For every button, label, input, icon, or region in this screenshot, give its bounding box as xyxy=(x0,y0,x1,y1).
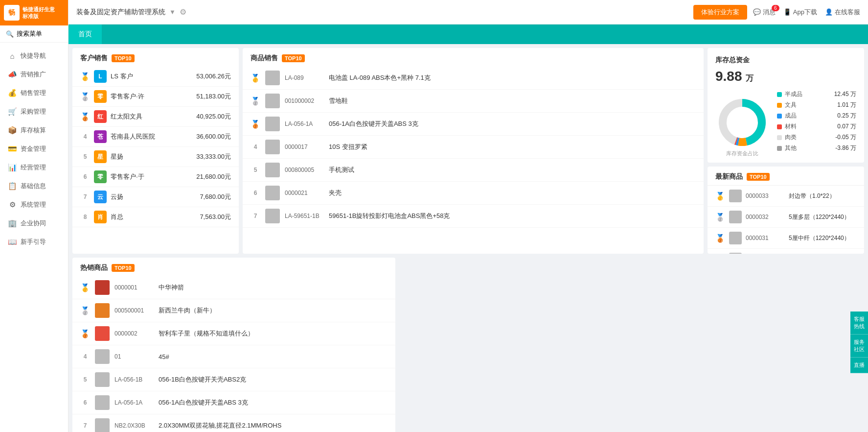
live-button[interactable]: 直播 xyxy=(850,358,868,373)
service-button[interactable]: 👤 在线客服 xyxy=(825,8,860,17)
customer-rank-item[interactable]: 8 肖 肖总 7,563.00元 xyxy=(72,207,239,227)
customer-rank-item[interactable]: 🥉 红 红太阳文具 40,925.00元 xyxy=(72,107,239,127)
product-image xyxy=(729,211,742,223)
header-right: 💬 消息 6 📱 App下载 👤 在线客服 xyxy=(753,8,860,17)
product-image xyxy=(729,253,742,254)
avatar: 云 xyxy=(94,191,107,203)
product-image xyxy=(265,94,280,108)
product-image xyxy=(729,190,742,202)
sidebar-item-inventory[interactable]: 📦 库存核算 xyxy=(0,121,68,140)
legend-item: 材料 0.07 万 xyxy=(777,122,856,131)
tab-home[interactable]: 首页 xyxy=(69,24,102,44)
product-rank-item[interactable]: 7 LA-59651-1B 59651-1B旋转投影灯电池盒ABS黑色+58克 xyxy=(243,205,704,228)
logo-icon: 畅 xyxy=(4,5,20,21)
legend-color xyxy=(777,124,782,129)
product-rank-item[interactable]: 🥈 001000002 雪地鞋 xyxy=(243,90,704,113)
product-rank-item[interactable]: 5 000800005 手机测试 xyxy=(243,159,704,182)
legend-item: 肉类 -0.05 万 xyxy=(777,133,856,142)
top-row: 客户销售 TOP10 🥇 L LS 客户 53,006.26元 🥈 零 零售客户… xyxy=(72,48,864,254)
hot-product-item[interactable]: 6 LA-056-1A 056-1A白色按键开关盖ABS 3克 xyxy=(72,391,395,414)
marketing-icon: 📣 xyxy=(8,70,17,79)
product-image xyxy=(265,140,280,154)
sidebar-item-operations[interactable]: 📊 经营管理 xyxy=(0,158,68,177)
legend-color xyxy=(777,146,782,151)
sidebar-item-guide[interactable]: 📖 新手引导 xyxy=(0,233,68,251)
hot-products-header: 热销商品 TOP10 xyxy=(72,258,395,276)
customer-rank-item[interactable]: 4 苍 苍南县人民医院 36,600.00元 xyxy=(72,127,239,147)
product-image xyxy=(95,395,110,410)
hot-product-item[interactable]: 7 NB2.0X30B 2.0X30MM双搓花轴,搓花直径2.1MM/ROHS xyxy=(72,414,395,432)
inventory-amount: 9.88 万 xyxy=(715,69,856,84)
product-rank-item[interactable]: 4 0000017 10S 变扭罗紧 xyxy=(243,136,704,159)
sidebar-item-quick-nav[interactable]: ⌂ 快捷导航 xyxy=(0,47,68,65)
latest-item[interactable]: 🥉 0000031 5厘中纤（1220*2440） xyxy=(708,228,864,249)
service-icon: 👤 xyxy=(825,8,833,16)
hot-product-item[interactable]: 4 01 45# xyxy=(72,345,395,368)
product-image xyxy=(95,418,110,432)
hot-product-item[interactable]: 🥉 0000002 智利车子里（规格不知道填什么） xyxy=(72,322,395,345)
product-image xyxy=(265,71,280,85)
product-image xyxy=(729,232,742,244)
content: 客户销售 TOP10 🥇 L LS 客户 53,006.26元 🥈 零 零售客户… xyxy=(69,44,868,432)
medal-icon: 🥉 xyxy=(251,120,260,129)
latest-item[interactable]: 4 0000030 18多层（1220*2440） xyxy=(708,249,864,254)
inventory-icon: 📦 xyxy=(8,126,17,135)
legend-item: 文具 1.01 万 xyxy=(777,101,856,109)
dropdown-icon[interactable]: ▼ xyxy=(169,8,176,16)
product-rank-item[interactable]: 🥉 LA-056-1A 056-1A白色按键开关盖ABS 3克 xyxy=(243,113,704,136)
medal-icon: 🥇 xyxy=(80,72,90,81)
gear-icon[interactable]: ⚙ xyxy=(180,7,186,17)
legend-color xyxy=(777,114,782,119)
try-button[interactable]: 体验行业方案 xyxy=(693,5,747,20)
product-image xyxy=(265,117,280,131)
product-image xyxy=(95,372,110,387)
legend-color xyxy=(777,135,782,140)
product-rank-item[interactable]: 🥇 LA-089 电池盖 LA-089 ABS本色+黑种 7.1克 xyxy=(243,67,704,90)
product-image xyxy=(95,280,110,295)
latest-item[interactable]: 🥇 0000033 封边带（1.0*22） xyxy=(708,186,864,207)
service-community-button[interactable]: 服务社区 xyxy=(850,335,868,358)
product-image xyxy=(95,303,110,318)
customer-rank-item[interactable]: 6 零 零售客户·于 21,680.00元 xyxy=(72,167,239,187)
phone-icon: 📱 xyxy=(783,8,791,16)
avatar: L xyxy=(94,70,107,83)
hot-product-item[interactable]: 5 LA-056-1B 056-1B白色按键开关壳ABS2克 xyxy=(72,368,395,391)
sidebar-item-sales[interactable]: 💰 销售管理 xyxy=(0,84,68,102)
hot-product-item[interactable]: 🥈 000500001 新西兰牛肉（新牛） xyxy=(72,299,395,322)
customer-rank-item[interactable]: 🥇 L LS 客户 53,006.26元 xyxy=(72,67,239,87)
sidebar-item-system[interactable]: ⚙ 系统管理 xyxy=(0,195,68,214)
latest-item[interactable]: 🥈 0000032 5厘多层（1220*2440） xyxy=(708,207,864,228)
sidebar-item-purchase[interactable]: 🛒 采购管理 xyxy=(0,102,68,121)
sidebar: 畅 畅捷通好生意 标准版 🔍 搜索菜单 ⌂ 快捷导航 📣 营销推广 💰 销售管理… xyxy=(0,0,69,432)
product-image xyxy=(265,186,280,200)
medal-icon: 🥈 xyxy=(80,306,90,315)
app-download-button[interactable]: 📱 App下载 xyxy=(783,8,817,17)
home-icon: ⌂ xyxy=(8,52,17,60)
search-icon: 🔍 xyxy=(6,30,14,38)
legend-item: 成品 0.25 万 xyxy=(777,112,856,120)
product-rank-item[interactable]: 6 0000021 夹壳 xyxy=(243,182,704,205)
hot-product-item[interactable]: 🥇 0000001 中华神箭 xyxy=(72,276,395,299)
sidebar-item-enterprise[interactable]: 🏢 企业协同 xyxy=(0,214,68,233)
service-hotline-button[interactable]: 客服热线 xyxy=(850,312,868,335)
customer-rank-item[interactable]: 5 星 星扬 33,333.00元 xyxy=(72,147,239,167)
sidebar-item-basic-info[interactable]: 📋 基础信息 xyxy=(0,177,68,195)
medal-icon: 🥉 xyxy=(80,112,90,121)
customer-rank-item[interactable]: 🥈 零 零售客户·许 51,183.00元 xyxy=(72,87,239,107)
float-buttons: 客服热线 服务社区 直播 xyxy=(850,312,868,373)
enterprise-icon: 🏢 xyxy=(8,219,17,228)
logo-text: 畅捷通好生意 标准版 xyxy=(23,6,55,20)
product-image xyxy=(95,326,110,341)
avatar: 肖 xyxy=(94,211,107,223)
sidebar-item-marketing[interactable]: 📣 营销推广 xyxy=(0,65,68,84)
search-menu[interactable]: 🔍 搜索菜单 xyxy=(0,25,68,43)
latest-products-header: 最新商品 TOP10 xyxy=(708,167,864,186)
medal-icon: 🥈 xyxy=(251,96,260,106)
sidebar-item-finance[interactable]: 💳 资金管理 xyxy=(0,140,68,158)
medal-icon: 🥈 xyxy=(715,213,725,222)
medal-icon: 🥇 xyxy=(251,73,260,83)
customer-rank-item[interactable]: 7 云 云扬 7,680.00元 xyxy=(72,187,239,207)
sidebar-nav: ⌂ 快捷导航 📣 营销推广 💰 销售管理 🛒 采购管理 📦 库存核算 💳 资金管… xyxy=(0,43,68,432)
header: 装备及固定资产辅助管理系统 ▼ ⚙ 体验行业方案 💬 消息 6 📱 App下载 … xyxy=(69,0,868,24)
message-button[interactable]: 💬 消息 6 xyxy=(753,8,776,17)
